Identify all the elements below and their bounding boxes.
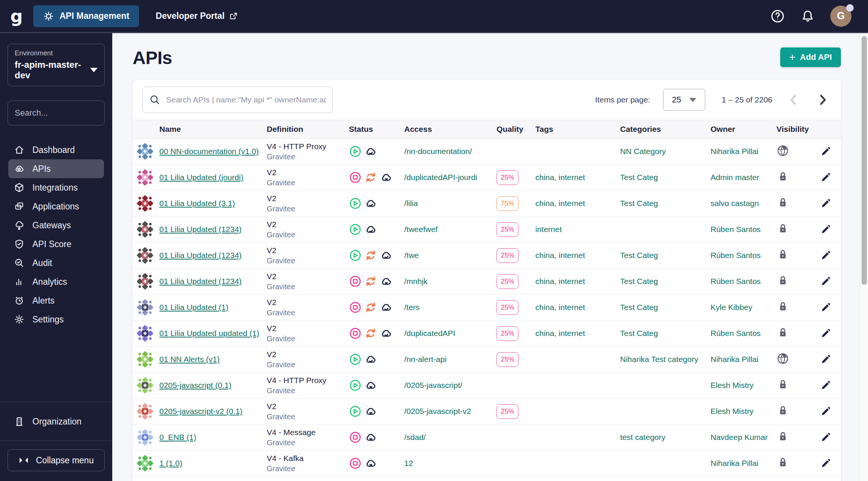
- page-scrollbar-thumb[interactable]: [862, 36, 867, 285]
- api-name-link[interactable]: 01 Lilia Updated (1): [159, 303, 228, 312]
- edit-api-button[interactable]: [810, 379, 841, 391]
- table-row: 1 (1.0) V4 - Kafka Gravitee 12 Niharika …: [133, 450, 841, 476]
- gravitee-logo[interactable]: g: [0, 8, 33, 25]
- api-definition-vendor: Gravitee: [267, 360, 344, 369]
- api-definition-version: V2: [267, 194, 344, 203]
- shield-check-icon: [14, 238, 25, 250]
- table-row: 0205-javascript (0.1) V4 - HTTP Proxy Gr…: [133, 373, 841, 399]
- public-globe-icon: [776, 352, 789, 365]
- api-definition-vendor: Gravitee: [267, 179, 344, 187]
- sidebar-item-analytics[interactable]: Analytics: [8, 272, 104, 291]
- sidebar-item-api-score[interactable]: API Score: [8, 235, 104, 253]
- api-name-link[interactable]: 0205-javascript (0.1): [159, 381, 231, 389]
- api-name-link[interactable]: 0_ENB (1): [159, 433, 196, 441]
- edit-pencil-icon: [819, 327, 831, 339]
- edit-api-button[interactable]: [810, 275, 841, 287]
- api-status-icons: [347, 249, 402, 262]
- sidebar-search[interactable]: [8, 101, 105, 125]
- api-name-link[interactable]: 01 Lilia Updated (jourdi): [159, 173, 243, 182]
- add-api-button[interactable]: + Add API: [780, 47, 841, 67]
- api-quality-cell: 25%: [494, 404, 533, 419]
- sidebar-item-applications[interactable]: Applications: [8, 197, 104, 216]
- page-scrollbar[interactable]: [860, 33, 868, 481]
- building-icon: [14, 416, 25, 427]
- sidebar-item-gateways[interactable]: Gateways: [8, 216, 104, 235]
- avatar-status-dot: [846, 4, 854, 12]
- edit-api-button[interactable]: [810, 327, 841, 339]
- api-name-link[interactable]: 0205-javascript-v2 (0.1): [159, 407, 243, 415]
- api-definition-vendor: Gravitee: [267, 412, 344, 421]
- sidebar-item-label: Alerts: [32, 296, 55, 306]
- api-status-icons: [347, 171, 402, 184]
- edit-api-button[interactable]: [810, 301, 841, 313]
- api-name-link[interactable]: 01 Lilia Updated (1234): [159, 277, 241, 286]
- edit-api-button[interactable]: [810, 457, 841, 469]
- api-status-icons: [347, 145, 402, 158]
- api-name-link[interactable]: 01 NN Alerts (v1): [159, 355, 220, 363]
- api-search-box[interactable]: [142, 87, 333, 113]
- started-icon: [349, 249, 362, 262]
- edit-pencil-icon: [819, 223, 831, 235]
- column-header-tags: Tags: [533, 125, 618, 134]
- sidebar-item-integrations[interactable]: Integrations: [8, 178, 104, 197]
- api-name-link[interactable]: 01 Lilia Updated (1234): [159, 251, 241, 260]
- edit-api-button[interactable]: [810, 405, 841, 417]
- api-name-link[interactable]: 01 Lilia Updated (1234): [159, 225, 241, 234]
- out-of-sync-icon: [364, 171, 377, 184]
- api-name-link[interactable]: 00 NN-documentation (v1.0): [159, 147, 259, 156]
- collapse-menu-button[interactable]: Collapse menu: [8, 449, 105, 471]
- chevron-down-icon: [689, 98, 696, 102]
- sidebar-item-organization[interactable]: Organization: [8, 412, 104, 431]
- developer-portal-link[interactable]: Developer Portal: [156, 11, 238, 21]
- api-avatar: [136, 195, 154, 212]
- edit-api-button[interactable]: [810, 197, 841, 209]
- edit-api-button[interactable]: [810, 171, 841, 183]
- sidebar-item-dashboard[interactable]: Dashboard: [8, 140, 104, 159]
- collapse-menu-label: Collapse menu: [36, 455, 93, 466]
- api-management-label: API Management: [60, 11, 129, 21]
- help-icon[interactable]: [770, 9, 785, 24]
- edit-api-button[interactable]: [810, 249, 841, 261]
- next-page-button[interactable]: [815, 92, 831, 108]
- edit-api-button[interactable]: [810, 353, 841, 365]
- edit-api-button[interactable]: [810, 431, 841, 443]
- environment-selector[interactable]: Environment fr-apim-master-dev: [8, 44, 105, 86]
- api-name-link[interactable]: 01 Lilia Updated (3.1): [159, 199, 235, 208]
- edit-pencil-icon: [819, 405, 831, 417]
- sidebar-item-label: API Score: [32, 239, 72, 249]
- api-owner: Niharika Pillai: [708, 459, 774, 468]
- api-status-icons: [347, 223, 402, 236]
- sidebar-item-apis[interactable]: APIs: [8, 159, 104, 178]
- api-owner: Niharika Pillai: [708, 147, 774, 156]
- pagination-range: 1 – 25 of 2206: [722, 95, 772, 104]
- api-name-link[interactable]: 01 Lilia Updated updated (1): [159, 329, 259, 337]
- api-search-input[interactable]: [166, 95, 326, 104]
- previous-page-button[interactable]: [785, 92, 802, 108]
- deployed-cloud-check-icon: [364, 197, 377, 210]
- api-owner: salvo castagn: [708, 199, 774, 208]
- gear-icon: [14, 314, 25, 325]
- private-lock-icon: [776, 170, 789, 183]
- api-name-link[interactable]: 1 (1.0): [159, 459, 182, 467]
- user-avatar[interactable]: G: [830, 6, 851, 27]
- api-definition-version: V4 - HTTP Proxy: [267, 142, 344, 151]
- edit-pencil-icon: [819, 379, 831, 391]
- api-avatar: [136, 351, 154, 368]
- deployed-cloud-check-icon: [380, 327, 393, 340]
- sidebar-item-alerts[interactable]: Alerts: [8, 291, 104, 310]
- sidebar-item-settings[interactable]: Settings: [8, 310, 104, 329]
- notifications-bell-icon[interactable]: [800, 9, 815, 24]
- items-per-page-select[interactable]: 25: [663, 89, 705, 111]
- edit-pencil-icon: [819, 145, 831, 157]
- add-api-label: Add API: [800, 52, 832, 62]
- sidebar-item-audit[interactable]: Audit: [8, 253, 104, 272]
- api-management-switch-button[interactable]: API Management: [33, 5, 139, 27]
- edit-api-button[interactable]: [810, 223, 841, 235]
- edit-api-button[interactable]: [810, 145, 841, 157]
- environment-label: Environment: [15, 49, 98, 57]
- stopped-icon: [349, 275, 362, 288]
- column-header-access: Access: [402, 125, 494, 134]
- sidebar-search-input[interactable]: [15, 108, 123, 118]
- started-icon: [349, 353, 362, 366]
- collapse-arrows-icon: [18, 456, 29, 464]
